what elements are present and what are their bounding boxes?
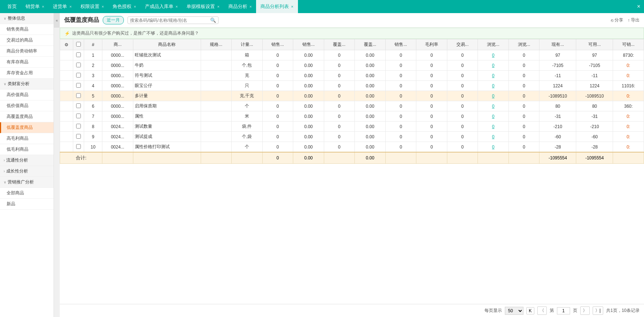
- next-page-button[interactable]: 〉: [580, 306, 590, 315]
- code-col-header[interactable]: 商...: [102, 39, 133, 50]
- row-checkbox[interactable]: [76, 63, 81, 67]
- sidebar-item-all-products[interactable]: 全部商品: [0, 188, 54, 199]
- nav-home[interactable]: 首页: [3, 0, 21, 13]
- nav-roles[interactable]: 角色授权 ×: [108, 0, 140, 13]
- browse1-cell[interactable]: 0: [478, 101, 509, 111]
- nav-sales[interactable]: 销货单 ×: [21, 0, 48, 13]
- current-col-header[interactable]: 现有...: [539, 39, 576, 50]
- sidebar-item-high-coverage[interactable]: 高覆盖度商品: [0, 111, 54, 122]
- nav-product-analysis-list[interactable]: 商品分析列表 ×: [256, 0, 298, 13]
- sidebar-item-category-rate[interactable]: 商品分类动销率: [0, 46, 54, 57]
- sidebar-item-in-stock[interactable]: 有库存商品: [0, 57, 54, 68]
- checkbox-cell[interactable]: [73, 101, 84, 111]
- browse1-cell[interactable]: 0: [478, 111, 509, 122]
- browse1-cell[interactable]: 0: [478, 122, 509, 132]
- sidebar-item-low-margin[interactable]: 低毛利商品: [0, 144, 54, 155]
- window-close-button[interactable]: ×: [637, 3, 640, 10]
- sidebar-item-high-margin[interactable]: 高毛利商品: [0, 133, 54, 144]
- close-icon[interactable]: ×: [69, 4, 71, 9]
- close-icon[interactable]: ×: [42, 4, 44, 9]
- can-sell-col-header[interactable]: 可销...: [613, 39, 644, 50]
- row-checkbox[interactable]: [76, 134, 81, 139]
- nav-products[interactable]: 产成品入库单 ×: [141, 0, 182, 13]
- select-all-checkbox[interactable]: [76, 42, 81, 47]
- nav-templates[interactable]: 单据模板设置 ×: [182, 0, 224, 13]
- cover1-col-header[interactable]: 覆盖...: [324, 39, 355, 50]
- available-cell: -31: [576, 111, 613, 122]
- sidebar-item-low-coverage[interactable]: 低覆盖度商品: [0, 122, 54, 133]
- sidebar-section-marketing[interactable]: ∨ 营销推广分析: [0, 177, 54, 188]
- sidebar-item-sales-products[interactable]: 销售类商品: [0, 24, 54, 35]
- cover2-cell: 0.00: [355, 111, 386, 122]
- sidebar-collapse-button[interactable]: «: [54, 13, 60, 28]
- sidebar-section-wealth[interactable]: ∨ 类财富分析: [0, 79, 54, 90]
- row-checkbox[interactable]: [76, 52, 81, 57]
- browse1-cell[interactable]: 0: [478, 91, 509, 101]
- trans-col-header[interactable]: 交易...: [447, 39, 478, 50]
- sidebar-item-low-value[interactable]: 低价值商品: [0, 100, 54, 111]
- sidebar-item-stock-funds[interactable]: 库存资金占用: [0, 68, 54, 79]
- browse1-cell[interactable]: 0: [478, 71, 509, 81]
- gross-rate-col-header[interactable]: 毛利率: [416, 39, 447, 50]
- available-col-header[interactable]: 可用...: [576, 39, 613, 50]
- close-icon[interactable]: ×: [291, 4, 293, 9]
- checkbox-cell[interactable]: [73, 132, 84, 142]
- row-checkbox[interactable]: [76, 103, 81, 108]
- checkbox-col-header[interactable]: [73, 39, 84, 50]
- checkbox-cell[interactable]: [73, 50, 84, 60]
- first-page-button[interactable]: K: [526, 307, 534, 314]
- nav-product-analysis[interactable]: 商品分析 ×: [224, 0, 256, 13]
- search-input[interactable]: [130, 18, 209, 23]
- checkbox-cell[interactable]: [73, 91, 84, 101]
- close-icon[interactable]: ×: [250, 4, 252, 9]
- close-icon[interactable]: ×: [176, 4, 178, 9]
- browse1-cell[interactable]: 0: [478, 50, 509, 60]
- sidebar-item-new-products[interactable]: 新品: [0, 199, 54, 210]
- sidebar-section-growth[interactable]: › 成长性分析: [0, 166, 54, 177]
- browse1-col-header[interactable]: 浏览...: [478, 39, 509, 50]
- row-checkbox[interactable]: [76, 124, 81, 128]
- sales-amt-col-header[interactable]: 销售...: [385, 39, 416, 50]
- close-icon[interactable]: ×: [134, 4, 136, 9]
- export-button[interactable]: ↑ 导出: [628, 17, 640, 23]
- prev-page-button[interactable]: 〈: [537, 306, 547, 315]
- row-checkbox[interactable]: [76, 83, 81, 88]
- cover2-col-header[interactable]: 覆盖...: [355, 39, 386, 50]
- sales1-col-header[interactable]: 销售...: [262, 39, 293, 50]
- unit-col-header[interactable]: 计量...: [232, 39, 263, 50]
- browse1-cell[interactable]: 0: [478, 142, 509, 152]
- table-row: 7 0000... 属性 米 0 0.00 0 0.00 0 0 0 0 0 -…: [60, 111, 644, 122]
- browse1-cell[interactable]: 0: [478, 81, 509, 91]
- row-checkbox[interactable]: [76, 114, 81, 118]
- sidebar-item-traded[interactable]: 交易过的商品: [0, 35, 54, 46]
- search-icon[interactable]: 🔍: [210, 17, 216, 23]
- row-checkbox[interactable]: [76, 144, 81, 149]
- sidebar-section-liquidity[interactable]: › 流通性分析: [0, 155, 54, 166]
- checkbox-cell[interactable]: [73, 71, 84, 81]
- spec-col-header[interactable]: 规格...: [201, 39, 232, 50]
- checkbox-cell[interactable]: [73, 111, 84, 122]
- time-filter-button[interactable]: 近一月: [103, 16, 124, 24]
- sales2-col-header[interactable]: 销售...: [293, 39, 324, 50]
- per-page-select[interactable]: 50 100 200: [505, 307, 523, 315]
- page-input[interactable]: [557, 307, 570, 314]
- browse1-cell[interactable]: 0: [478, 132, 509, 142]
- checkbox-cell[interactable]: [73, 60, 84, 71]
- sidebar-section-overall[interactable]: ∨ 整体信息: [0, 13, 54, 24]
- settings-col-header[interactable]: ⚙: [60, 39, 73, 50]
- nav-permissions[interactable]: 权限设置 ×: [76, 0, 108, 13]
- nav-purchase[interactable]: 进货单 ×: [48, 0, 76, 13]
- row-checkbox[interactable]: [76, 93, 81, 98]
- row-checkbox[interactable]: [76, 73, 81, 78]
- close-icon[interactable]: ×: [102, 4, 104, 9]
- browse2-col-header[interactable]: 浏览...: [508, 39, 539, 50]
- last-page-button[interactable]: 〉|: [593, 306, 603, 315]
- name-col-header[interactable]: 商品名称: [133, 39, 201, 50]
- share-button[interactable]: ⎋ 分享: [611, 17, 623, 23]
- browse1-cell[interactable]: 0: [478, 60, 509, 71]
- checkbox-cell[interactable]: [73, 122, 84, 132]
- sidebar-item-high-value[interactable]: 高价值商品: [0, 90, 54, 100]
- close-icon[interactable]: ×: [217, 4, 219, 9]
- checkbox-cell[interactable]: [73, 81, 84, 91]
- checkbox-cell[interactable]: [73, 142, 84, 152]
